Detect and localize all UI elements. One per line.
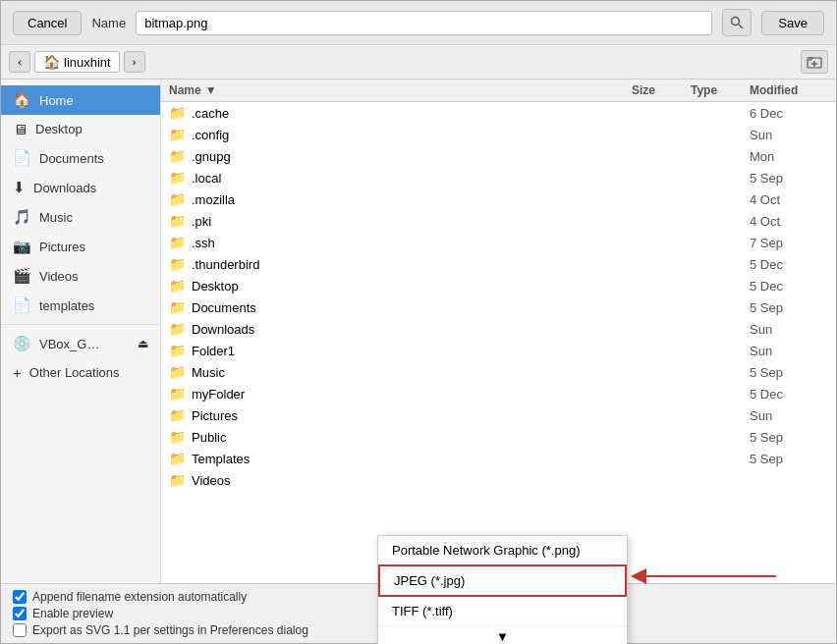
breadcrumb-path: linuxhint	[64, 55, 111, 70]
format-dropdown[interactable]: Portable Network Graphic (*.png) JPEG (*…	[377, 535, 628, 644]
vbox-icon: 💿	[13, 335, 31, 352]
sidebar-item-label: Videos	[39, 269, 79, 284]
sidebar-item-label: Desktop	[35, 122, 83, 136]
nav-back-button[interactable]: ‹	[9, 51, 30, 73]
cancel-button[interactable]: Cancel	[13, 11, 82, 35]
main-content: 🏠 Home 🖥 Desktop 📄 Documents ⬇ Downloads…	[1, 80, 836, 583]
sidebar-item-other[interactable]: + Other Locations	[1, 358, 160, 387]
table-row[interactable]: 📁 .pki 4 Oct	[161, 210, 836, 232]
folder-icon: 📁	[169, 451, 186, 466]
table-row[interactable]: 📁 .thunderbird 5 Dec	[161, 253, 836, 275]
sidebar-item-pictures[interactable]: 📷 Pictures	[1, 232, 160, 261]
filename-input[interactable]	[136, 11, 712, 35]
new-folder-button[interactable]	[801, 50, 828, 74]
music-icon: 🎵	[13, 208, 31, 226]
file-name: Pictures	[192, 408, 614, 423]
table-row[interactable]: 📁 .mozilla 4 Oct	[161, 188, 836, 210]
sidebar-item-vbox[interactable]: 💿 VBox_G… ⏏	[1, 329, 160, 358]
nav-forward-button[interactable]: ›	[124, 51, 145, 73]
table-row[interactable]: 📁 Music 5 Sep	[161, 361, 836, 383]
file-modified: Sun	[750, 322, 828, 337]
sidebar-item-desktop[interactable]: 🖥 Desktop	[1, 115, 160, 143]
sidebar-item-downloads[interactable]: ⬇ Downloads	[1, 173, 160, 202]
table-row[interactable]: 📁 .ssh 7 Sep	[161, 232, 836, 253]
file-modified: Mon	[750, 149, 828, 164]
sort-icon: ▼	[205, 83, 217, 97]
table-row[interactable]: 📁 Downloads Sun	[161, 318, 836, 340]
dropdown-more-indicator[interactable]: ▼	[378, 625, 627, 644]
svg-point-0	[732, 18, 740, 26]
file-name: Documents	[192, 300, 614, 315]
file-name: .ssh	[192, 236, 614, 250]
export-svg-input[interactable]	[13, 623, 27, 637]
dropdown-item-png[interactable]: Portable Network Graphic (*.png)	[378, 536, 627, 564]
name-label: Name	[91, 16, 126, 30]
sidebar-item-label: Pictures	[39, 240, 85, 254]
file-name: .gnupg	[192, 149, 614, 164]
eject-icon[interactable]: ⏏	[138, 337, 148, 350]
file-modified: 5 Sep	[750, 452, 828, 466]
table-row[interactable]: 📁 Desktop 5 Dec	[161, 275, 836, 296]
folder-icon: 📁	[169, 148, 186, 164]
file-name: Public	[192, 430, 614, 445]
svg-line-1	[739, 25, 743, 28]
column-name[interactable]: Name ▼	[169, 83, 632, 97]
folder-icon: 📁	[169, 278, 186, 294]
breadcrumb-location[interactable]: 🏠 linuxhint	[34, 51, 120, 73]
table-row[interactable]: 📁 Pictures Sun	[161, 404, 836, 426]
search-button[interactable]	[722, 9, 752, 36]
templates-icon: 📄	[13, 296, 31, 314]
dropdown-item-jpg[interactable]: JPEG (*.jpg)	[378, 564, 627, 597]
videos-icon: 🎬	[13, 267, 31, 285]
downloads-icon: ⬇	[13, 179, 26, 196]
sidebar-separator	[1, 324, 160, 325]
home-icon: 🏠	[43, 54, 60, 70]
file-modified: 5 Sep	[750, 300, 828, 315]
table-row[interactable]: 📁 Folder1 Sun	[161, 340, 836, 361]
table-row[interactable]: 📁 Public 5 Sep	[161, 426, 836, 448]
sidebar-item-label: Documents	[39, 151, 104, 166]
file-name: Music	[192, 365, 614, 380]
file-modified: 4 Oct	[750, 214, 828, 229]
table-row[interactable]: 📁 .cache 6 Dec	[161, 102, 836, 124]
sidebar-item-templates[interactable]: 📄 templates	[1, 291, 160, 320]
table-row[interactable]: 📁 myFolder 5 Dec	[161, 383, 836, 404]
column-size: Size	[632, 83, 691, 97]
documents-icon: 📄	[13, 149, 31, 167]
table-row[interactable]: 📁 .gnupg Mon	[161, 145, 836, 167]
table-row[interactable]: 📁 Videos	[161, 469, 836, 491]
sidebar-item-home[interactable]: 🏠 Home	[1, 85, 160, 115]
file-list: 📁 .cache 6 Dec 📁 .config Sun 📁 .gnupg Mo…	[161, 102, 836, 583]
table-row[interactable]: 📁 .local 5 Sep	[161, 167, 836, 188]
append-extension-input[interactable]	[13, 590, 27, 604]
arrow-annotation	[629, 562, 786, 594]
folder-icon: 📁	[169, 299, 186, 315]
sidebar-item-music[interactable]: 🎵 Music	[1, 202, 160, 232]
file-modified: 5 Dec	[750, 387, 828, 402]
sidebar-item-videos[interactable]: 🎬 Videos	[1, 261, 160, 291]
table-row[interactable]: 📁 Documents 5 Sep	[161, 296, 836, 318]
file-modified: 5 Dec	[750, 257, 828, 272]
dropdown-item-tiff[interactable]: TIFF (*.tiff)	[378, 597, 627, 625]
folder-icon: 📁	[169, 191, 186, 207]
file-name: .local	[192, 171, 614, 186]
sidebar-item-documents[interactable]: 📄 Documents	[1, 143, 160, 173]
file-name: Desktop	[192, 279, 614, 294]
table-row[interactable]: 📁 Templates 5 Sep	[161, 448, 836, 469]
file-list-header: Name ▼ Size Type Modified	[161, 80, 836, 102]
enable-preview-input[interactable]	[13, 607, 27, 620]
file-name: Templates	[192, 452, 614, 466]
folder-icon: 📁	[169, 407, 186, 423]
table-row[interactable]: 📁 .config Sun	[161, 124, 836, 145]
file-modified: 5 Dec	[750, 279, 828, 294]
save-button[interactable]: Save	[761, 11, 824, 35]
export-svg-label: Export as SVG 1.1 per settings in Prefer…	[32, 623, 308, 637]
desktop-icon: 🖥	[13, 121, 28, 137]
file-modified: Sun	[750, 128, 828, 142]
folder-icon: 📁	[169, 343, 186, 358]
header-bar: Cancel Name Save	[1, 1, 836, 45]
file-modified: 5 Sep	[750, 365, 828, 380]
sidebar: 🏠 Home 🖥 Desktop 📄 Documents ⬇ Downloads…	[1, 80, 161, 583]
file-name: Folder1	[192, 344, 614, 358]
folder-icon: 📁	[169, 235, 186, 250]
